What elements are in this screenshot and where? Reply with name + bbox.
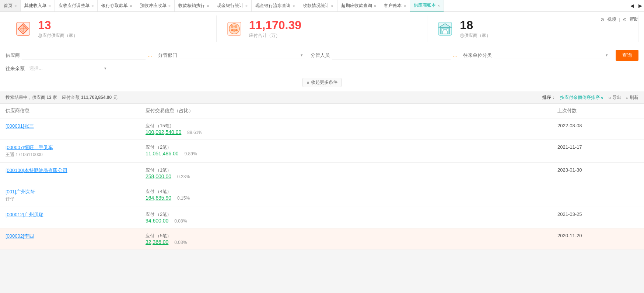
collapse-button[interactable]: ∧ 收起更多条件 <box>302 78 342 87</box>
diamond-icon <box>13 18 34 39</box>
store-icon <box>435 18 455 39</box>
transaction-cell-1: 应付 （2笔）11,051,486.009.89% <box>146 144 557 156</box>
amount-row-2: 258,000.000.23% <box>146 173 557 179</box>
supplier-sub-3: 仔仔 <box>6 196 146 202</box>
help-link[interactable]: 帮助 <box>630 16 638 23</box>
amount-value-4[interactable]: 94,600.00 <box>146 218 168 224</box>
result-supplier-count: 13 <box>46 95 51 100</box>
supplier-link-0[interactable]: [000001]张三 <box>6 123 34 129</box>
category-filter-label: 往来单位分类 <box>463 52 492 59</box>
link-divider: | <box>619 17 620 22</box>
svg-rect-16 <box>441 29 444 31</box>
nav-tab-close-ar-ap-adjust[interactable]: × <box>91 4 94 8</box>
amount-value-3[interactable]: 164,635.90 <box>146 195 171 201</box>
dept-select-arrow: ▾ <box>301 53 303 58</box>
grain-icon <box>224 18 245 39</box>
nav-tab-overdue-ar[interactable]: 超期应收款查询× <box>337 0 380 12</box>
table-row: [000001]张三应付 （15笔）100,092,540.0089.61%20… <box>0 118 644 140</box>
balance-filter-select[interactable]: 选择... ▾ <box>27 64 109 73</box>
lastpay-cell-4: 2021-03-25 <box>557 211 638 217</box>
payable-amount-number: 11,170.39 <box>249 19 301 31</box>
nav-tab-bank-deposit[interactable]: 银行存取款单× <box>98 0 136 12</box>
nav-tab-receipt-verify[interactable]: 收款核销执行× <box>175 0 213 12</box>
refresh-icon: ○ <box>626 95 629 100</box>
amount-value-2[interactable]: 258,000.00 <box>146 173 171 179</box>
amount-value-1[interactable]: 11,051,486.00 <box>146 151 179 156</box>
search-button[interactable]: 查询 <box>616 50 638 61</box>
nav-tab-close-cash-bank-stat[interactable]: × <box>245 4 248 8</box>
video-link[interactable]: 视频 <box>607 16 616 23</box>
nav-tab-other-income[interactable]: 其他收入单× <box>21 0 55 12</box>
nav-tab-close-bank-deposit[interactable]: × <box>130 4 132 8</box>
supplier-ellipsis[interactable]: ... <box>148 52 153 59</box>
transaction-cell-5: 应付 （5笔）32,366.000.03% <box>146 233 557 245</box>
supplier-cell-4: [000012]广州贝瑞 <box>6 211 146 218</box>
table-row: [000002]李四应付 （5笔）32,366.000.03%2020-11-2… <box>0 228 644 250</box>
amount-value-5[interactable]: 32,366.00 <box>146 239 168 245</box>
svg-point-10 <box>231 29 233 31</box>
person-filter-input[interactable] <box>332 51 451 59</box>
nav-tab-close-prepay-receive[interactable]: × <box>168 4 171 8</box>
payable-label-0: 应付 （15笔） <box>146 123 557 129</box>
sort-prefix: 排序： <box>542 94 556 101</box>
result-info: 搜索结果中，供应商 13 家 应付金额 111,703,854.00 元 <box>6 94 118 101</box>
header-lastpay: 上次付数 <box>557 107 638 114</box>
nav-tab-home[interactable]: 首页× <box>0 0 21 12</box>
table-rows-container: [000001]张三应付 （15笔）100,092,540.0089.61%20… <box>0 118 644 250</box>
circle-icon: ⊙ <box>601 17 604 22</box>
nav-tab-supplier-ledger[interactable]: 供应商账本× <box>410 0 444 12</box>
supplier-link-3[interactable]: [001]广州荣轩 <box>6 189 35 194</box>
sort-select[interactable]: 按应付余额倒序排序 ∨ <box>560 94 604 101</box>
nav-tab-cash-bank-stat[interactable]: 现金银行统计× <box>213 0 252 12</box>
total-suppliers-number: 18 <box>460 19 491 31</box>
nav-tab-ar-ap-adjust[interactable]: 应收应付调整单× <box>55 0 98 12</box>
nav-tab-close-overdue-ar[interactable]: × <box>374 4 376 8</box>
supplier-cell-0: [000001]张三 <box>6 123 146 130</box>
nav-next-arrow[interactable]: ▶ <box>636 0 644 12</box>
supplier-link-2[interactable]: [000100]本特勤油品有限公司 <box>6 168 67 173</box>
amount-percent-5: 0.03% <box>174 240 187 245</box>
nav-tab-customer-ledger[interactable]: 客户账本× <box>380 0 410 12</box>
filter-balance: 往来余额 选择... ▾ <box>6 64 109 73</box>
filter-row-2: 往来余额 选择... ▾ <box>6 64 638 73</box>
supplier-filter-input[interactable] <box>22 51 146 59</box>
supplier-link-1[interactable]: [000007]恒旺二手叉车 <box>6 145 53 150</box>
refresh-label: 刷新 <box>630 94 638 101</box>
supplier-link-4[interactable]: [000012]广州贝瑞 <box>6 212 43 217</box>
amount-row-4: 94,600.000.08% <box>146 218 557 224</box>
person-ellipsis[interactable]: ... <box>453 52 458 59</box>
nav-tab-close-receipt-stat[interactable]: × <box>331 4 333 8</box>
summary-card-payable-amount: 11,170.39 应付合计（万） <box>217 15 428 42</box>
sort-label-text: 按应付余额倒序排序 <box>560 94 600 101</box>
nav-tab-cash-bank-flow[interactable]: 现金银行流水查询× <box>252 0 299 12</box>
svg-point-9 <box>233 29 236 32</box>
export-button[interactable]: ○ 导出 <box>608 94 621 101</box>
nav-tab-close-customer-ledger[interactable]: × <box>403 4 406 8</box>
nav-tab-close-other-income[interactable]: × <box>48 4 50 8</box>
result-text: 搜索结果中，供应商 13 家 应付金额 111,703,854.00 元 <box>6 94 118 101</box>
payable-label-4: 应付 （2笔） <box>146 211 557 218</box>
filter-category: 往来单位分类 ▾ <box>463 52 610 59</box>
nav-tab-prepay-receive[interactable]: 预收冲应收单× <box>136 0 175 12</box>
amount-value-0[interactable]: 100,092,540.00 <box>146 129 181 135</box>
nav-tab-close-home[interactable]: × <box>14 4 17 8</box>
nav-prev-arrow[interactable]: ◀ <box>628 0 636 12</box>
transaction-cell-4: 应付 （2笔）94,600.000.08% <box>146 211 557 224</box>
filter-row-1: 供应商 ... 分管部门 ▾ 分管人员 ... 往来单位分类 <box>6 50 638 61</box>
svg-point-7 <box>231 25 234 28</box>
amount-percent-1: 9.89% <box>185 151 197 156</box>
dept-filter-select[interactable]: ▾ <box>179 52 305 59</box>
supplier-link-5[interactable]: [000002]李四 <box>6 233 34 239</box>
result-amount-prefix: 应付金额 <box>62 95 80 100</box>
nav-tab-close-supplier-ledger[interactable]: × <box>438 3 440 8</box>
result-amount-value: 111,703,854.00 <box>81 95 112 100</box>
nav-tab-close-receipt-verify[interactable]: × <box>207 4 209 8</box>
category-filter-select[interactable]: ▾ <box>494 52 610 59</box>
result-prefix: 搜索结果中，供应商 <box>6 95 45 100</box>
card-text-total-suppliers: 18 总供应商（家） <box>460 19 491 39</box>
refresh-button[interactable]: ○ 刷新 <box>626 94 638 101</box>
amount-percent-3: 0.15% <box>177 196 190 201</box>
amount-percent-2: 0.23% <box>177 174 190 179</box>
nav-tab-receipt-stat[interactable]: 收款情况统计× <box>299 0 337 12</box>
nav-tab-close-cash-bank-flow[interactable]: × <box>293 4 295 8</box>
